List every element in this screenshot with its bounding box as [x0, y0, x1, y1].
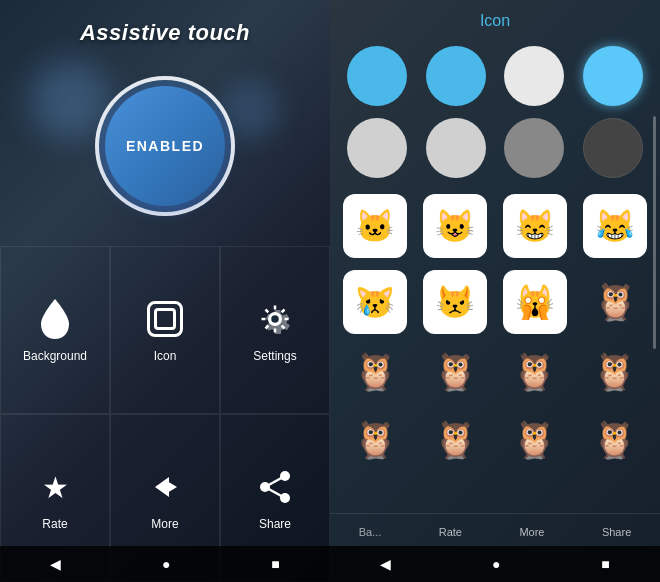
owl-emoji-row2: 🦉 🦉 🦉 🦉: [330, 406, 660, 474]
cat-emoji-row1: 🐱 😺 😸 😹: [330, 190, 660, 262]
icon-circle-5[interactable]: [347, 118, 407, 178]
rate-label: Rate: [42, 517, 67, 531]
star-icon: ★: [42, 470, 69, 505]
icon-circle-7[interactable]: [504, 118, 564, 178]
cat-emoji-7[interactable]: 🙀: [503, 270, 567, 334]
play-icon-wrap: [143, 465, 187, 509]
icon-icon-wrap: [143, 297, 187, 341]
icon-circle-2[interactable]: [426, 46, 486, 106]
background-label: Background: [23, 349, 87, 363]
owl-emoji-row1: 🦉 🦉 🦉 🦉: [330, 338, 660, 406]
gear-icon-wrap: [253, 297, 297, 341]
cat-emoji-row2: 😿 😾 🙀 🦉: [330, 266, 660, 338]
right-nav-more[interactable]: More: [503, 522, 560, 542]
menu-item-icon[interactable]: Icon: [110, 246, 220, 414]
owl-emoji-9[interactable]: 🦉: [577, 410, 653, 470]
square-circle-icon: [147, 301, 183, 337]
svg-line-6: [265, 476, 285, 487]
enabled-button-wrap: ENABLED: [95, 76, 235, 216]
owl-emoji-6[interactable]: 🦉: [338, 410, 414, 470]
menu-grid: Background Icon: [0, 246, 330, 582]
background-icon-wrap: [33, 297, 77, 341]
owl-emoji-4[interactable]: 🦉: [497, 342, 573, 402]
play-triangle-icon: [147, 469, 183, 505]
share-icon-wrap: [253, 465, 297, 509]
cat-emoji-2[interactable]: 😺: [423, 194, 487, 258]
right-android-home[interactable]: ●: [492, 556, 500, 572]
circle-icon-grid-row2: [330, 110, 660, 186]
owl-emoji-3[interactable]: 🦉: [418, 342, 494, 402]
icon-circle-4[interactable]: [583, 46, 643, 106]
cat-emoji-5[interactable]: 😿: [343, 270, 407, 334]
android-home[interactable]: ●: [162, 556, 170, 572]
settings-label: Settings: [253, 349, 296, 363]
icon-circle-1[interactable]: [347, 46, 407, 106]
menu-item-background[interactable]: Background: [0, 246, 110, 414]
scrollbar: [653, 116, 656, 349]
right-content: Icon 🐱 😺 😸 😹 😿 😾 🙀 🦉: [330, 0, 660, 582]
right-panel: Icon 🐱 😺 😸 😹 😿 😾 🙀 🦉: [330, 0, 660, 582]
cat-emoji-1[interactable]: 🐱: [343, 194, 407, 258]
share-label: Share: [259, 517, 291, 531]
owl-emoji-7[interactable]: 🦉: [418, 410, 494, 470]
owl-emoji-1[interactable]: 🦉: [583, 270, 647, 334]
cat-emoji-3[interactable]: 😸: [503, 194, 567, 258]
right-nav-back-label: Ba...: [359, 526, 382, 538]
icon-label: Icon: [154, 349, 177, 363]
icon-circle-8[interactable]: [583, 118, 643, 178]
right-android-nav: ◀ ● ■: [330, 546, 660, 582]
cat-emoji-4[interactable]: 😹: [583, 194, 647, 258]
right-nav-rate[interactable]: Rate: [423, 522, 478, 542]
owl-emoji-8[interactable]: 🦉: [497, 410, 573, 470]
gear-icon: [256, 300, 294, 338]
left-panel: Assistive touch ENABLED Background: [0, 0, 330, 582]
square-circle-inner: [154, 308, 176, 330]
circle-icon-grid-row1: [330, 38, 660, 114]
app-title: Assistive touch: [80, 20, 250, 46]
share-icon: [257, 470, 293, 504]
right-nav-back[interactable]: Ba...: [343, 522, 398, 542]
left-android-nav: ◀ ● ■: [0, 546, 330, 582]
right-android-recent[interactable]: ■: [601, 556, 609, 572]
menu-item-settings[interactable]: Settings: [220, 246, 330, 414]
android-recent[interactable]: ■: [271, 556, 279, 572]
drop-icon: [37, 297, 73, 341]
right-nav-share-label: Share: [602, 526, 631, 538]
right-nav-share[interactable]: Share: [586, 522, 647, 542]
right-android-back[interactable]: ◀: [380, 556, 391, 572]
icon-panel-title: Icon: [330, 0, 660, 38]
left-content: Assistive touch ENABLED Background: [0, 0, 330, 582]
more-label: More: [151, 517, 178, 531]
enabled-button[interactable]: ENABLED: [105, 86, 225, 206]
right-nav-more-label: More: [519, 526, 544, 538]
icon-circle-3[interactable]: [504, 46, 564, 106]
cat-emoji-6[interactable]: 😾: [423, 270, 487, 334]
owl-emoji-5[interactable]: 🦉: [577, 342, 653, 402]
owl-emoji-2[interactable]: 🦉: [338, 342, 414, 402]
android-back[interactable]: ◀: [50, 556, 61, 572]
icon-circle-6[interactable]: [426, 118, 486, 178]
right-nav-rate-label: Rate: [439, 526, 462, 538]
svg-line-7: [265, 487, 285, 498]
star-icon-wrap: ★: [33, 465, 77, 509]
